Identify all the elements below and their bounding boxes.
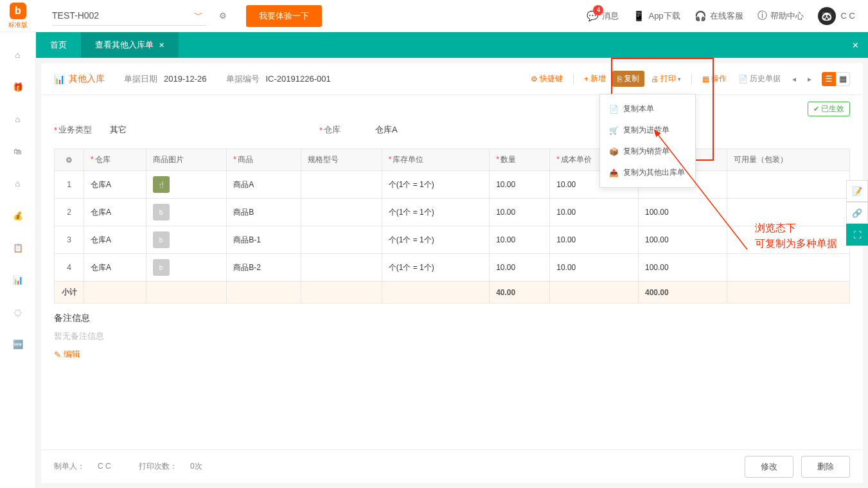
prev-icon[interactable]: ◂ [787,72,801,86]
col-gear[interactable]: ⚙ [55,149,84,171]
dd-copy-other-out[interactable]: 📤复制为其他出库单 [600,162,695,183]
row-image: b [146,199,227,226]
tabs-bar: 首页 查看其他入库单 ✕ ✕ [36,32,868,58]
row-index: 4 [55,254,84,282]
help-icon: ⓘ [757,10,767,22]
tabs-close-all[interactable]: ✕ [842,32,868,58]
row-warehouse: 仓库A [84,226,146,254]
message-label: 消息 [602,10,619,22]
sidebar-gift-icon[interactable]: 🎁 [10,79,26,95]
row-product: 商品B-2 [227,254,301,282]
copy-dropdown: 📄复制本单 🛒复制为进货单 📦复制为销货单 📤复制为其他出库单 [599,94,696,188]
settings-icon[interactable]: ⚙ [219,11,227,21]
sidebar: ⌂ 🎁 ⌂ 🛍 ⌂ 💰 📋 📊 ◌ 🆕 [0,32,36,488]
help-center-link[interactable]: ⓘ 帮助中心 [757,10,804,22]
table-row[interactable]: 1 仓库A 🍴 商品A 个(1个 = 1个) 10.00 10.00 100.0… [55,171,850,199]
avatar[interactable]: 🐼 [818,7,836,25]
history-button[interactable]: 📄历史单据 [733,71,786,87]
copy-button[interactable]: ⎘复制 [612,71,644,87]
tab-home-label: 首页 [50,39,67,51]
message-link[interactable]: 💬 消息 4 [587,10,619,22]
product-image-icon: b [153,259,170,276]
help-center-label: 帮助中心 [770,10,804,22]
table-row[interactable]: 2 仓库A b 商品B 个(1个 = 1个) 10.00 10.00 100.0… [55,199,850,226]
next-icon[interactable]: ▸ [802,72,817,86]
row-index: 1 [55,171,84,199]
row-amount: 100.00 [639,199,727,226]
row-product: 商品A [227,171,301,199]
row-qty: 10.00 [490,226,550,254]
sidebar-bag-icon[interactable]: 🛍 [10,143,26,159]
table-row[interactable]: 4 仓库A b 商品B-2 个(1个 = 1个) 10.00 10.00 100… [55,254,850,282]
print-count-value: 0次 [190,462,202,471]
row-image: b [146,226,227,254]
sidebar-house-icon[interactable]: ⌂ [10,111,26,127]
online-service-link[interactable]: 🎧 在线客服 [695,10,743,22]
org-name: TEST-H002 [52,10,99,21]
chevron-down-icon: ﹀ [194,10,203,21]
phone-icon: 📱 [633,10,645,22]
cart-icon: 🛒 [609,126,619,135]
warehouse-field: *仓库 仓库A [319,124,585,136]
view-list-icon[interactable]: ☰ [822,72,836,86]
tab-current[interactable]: 查看其他入库单 ✕ [81,32,179,58]
sidebar-home-icon[interactable]: ⌂ [10,47,26,62]
subtotal-row: 小计 40.00 400.00 [55,282,850,303]
row-image: 🍴 [146,171,227,199]
sidebar-warehouse-icon[interactable]: ⌂ [10,176,26,191]
sidebar-clipboard-icon[interactable]: 📋 [10,240,26,255]
row-warehouse: 仓库A [84,171,146,199]
chevron-down-icon: ▾ [678,76,681,82]
app-download-link[interactable]: 📱 App下载 [633,10,680,22]
tab-current-label: 查看其他入库单 [95,39,154,51]
grid-icon: ▦ [702,75,709,84]
logo[interactable]: b 标准版 [0,0,36,32]
sidebar-money-icon[interactable]: 💰 [10,208,26,223]
items-table: ⚙ *仓库 商品图片 *商品 规格型号 *库存单位 *数量 *成本单价 *成本金… [54,149,850,303]
operate-button[interactable]: ▦操作 [697,71,732,87]
rf-link-icon[interactable]: 🔗 [846,202,868,224]
user-name: C C [841,11,855,21]
row-amount: 100.00 [639,226,727,254]
row-qty: 10.00 [490,199,550,226]
rf-note-icon[interactable]: 📝 [846,180,868,202]
row-image: b [146,254,227,282]
add-button[interactable]: +新增 [579,71,611,87]
gear-icon: ⚙ [531,75,538,84]
tab-home[interactable]: 首页 [36,32,81,58]
dd-copy-this[interactable]: 📄复制本单 [600,98,695,120]
shortcut-button[interactable]: ⚙快捷键 [526,71,568,87]
rf-expand-icon[interactable]: ⛶ [846,224,868,246]
print-button[interactable]: 🖨打印▾ [646,71,686,87]
creator-value: C C [98,462,111,471]
logo-icon: b [10,3,26,19]
out-icon: 📤 [609,168,619,177]
row-available [727,171,849,199]
experience-button[interactable]: 我要体验一下 [246,5,322,27]
col-product: *商品 [227,149,301,171]
table-row[interactable]: 3 仓库A b 商品B-1 个(1个 = 1个) 10.00 10.00 100… [55,226,850,254]
row-index: 2 [55,199,84,226]
date-label: 单据日期 [124,73,157,85]
modify-button[interactable]: 修改 [745,456,793,478]
subtotal-amount: 400.00 [639,282,727,303]
org-selector[interactable]: TEST-H002 ﹀ [52,6,206,26]
close-icon[interactable]: ✕ [159,41,164,50]
row-unit-cost: 10.00 [550,199,639,226]
page-title: 📊 其他入库 [54,73,105,85]
sidebar-loading-icon[interactable]: ◌ [10,304,26,320]
row-product: 商品B [227,199,301,226]
view-grid-icon[interactable]: ▦ [836,72,850,86]
edit-icon: ✎ [54,350,61,359]
dd-copy-purchase[interactable]: 🛒复制为进货单 [600,120,695,141]
sidebar-new-icon[interactable]: 🆕 [10,336,26,352]
delete-button[interactable]: 删除 [801,456,850,478]
edit-remark-link[interactable]: ✎ 编辑 [54,348,850,360]
row-amount: 100.00 [639,254,727,282]
history-icon: 📄 [738,75,748,84]
row-unit-cost: 10.00 [550,254,639,282]
warehouse-value: 仓库A [375,124,398,136]
dd-copy-sales[interactable]: 📦复制为销货单 [600,141,695,162]
sidebar-report-icon[interactable]: 📊 [10,272,26,287]
footer: 制单人：C C 打印次数：0次 修改 删除 [41,449,863,483]
